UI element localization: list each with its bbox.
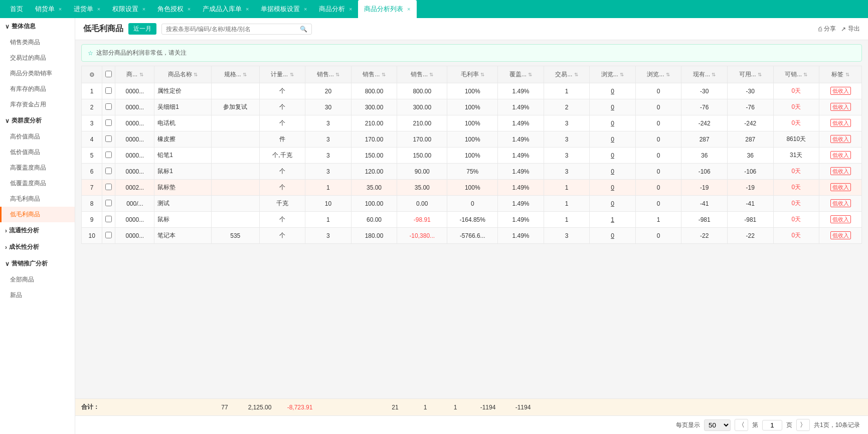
cell-checkbox[interactable] [102, 164, 115, 180]
col-sales-profit[interactable]: 销售... ⇅ [397, 66, 447, 83]
cell-views1[interactable]: 0 [590, 83, 636, 99]
sidebar-item-high-value[interactable]: 高价值商品 [0, 129, 75, 144]
sidebar-header-overall[interactable]: ∨ 整体信息 [0, 18, 75, 35]
cell-views1[interactable]: 0 [590, 228, 636, 244]
close-purchase-icon[interactable]: × [97, 6, 100, 12]
cell-checkbox[interactable] [102, 196, 115, 212]
nav-permissions[interactable]: 权限设置 × [106, 0, 151, 18]
cell-checkbox[interactable] [102, 83, 115, 99]
sidebar-item-traded-products[interactable]: 交易过的商品 [0, 50, 75, 66]
col-name[interactable]: 商品名称 ⇅ [154, 66, 212, 83]
cell-views1[interactable]: 0 [590, 148, 636, 164]
page-input[interactable] [762, 420, 782, 430]
views1-link[interactable]: 0 [611, 232, 614, 239]
sidebar-item-category-rate[interactable]: 商品分类助销率 [0, 66, 75, 81]
row-checkbox[interactable] [105, 103, 112, 110]
views1-link[interactable]: 0 [611, 168, 614, 175]
col-tag[interactable]: 标签 ⇅ [819, 66, 862, 83]
row-checkbox[interactable] [105, 184, 112, 190]
views1-link[interactable]: 0 [611, 104, 614, 111]
col-gross-margin[interactable]: 毛利率 ⇅ [447, 66, 498, 83]
close-roles-icon[interactable]: × [188, 6, 191, 12]
views1-link[interactable]: 0 [611, 88, 614, 95]
nav-purchase[interactable]: 进货单 × [68, 0, 106, 18]
sidebar-header-marketing[interactable]: ∨ 营销推广分析 [0, 255, 75, 272]
nav-analysis[interactable]: 商品分析 × [313, 0, 358, 18]
cell-checkbox[interactable] [102, 99, 115, 115]
col-sales-qty[interactable]: 销售... ⇅ [305, 66, 352, 83]
row-checkbox[interactable] [105, 119, 112, 126]
sidebar-item-inventory-capital[interactable]: 库存资金占用 [0, 97, 75, 112]
close-product-entry-icon[interactable]: × [246, 6, 249, 12]
col-transactions[interactable]: 交易... ⇅ [544, 66, 590, 83]
per-page-select[interactable]: 50 100 200 [704, 419, 731, 431]
sidebar-item-new-products[interactable]: 新品 [0, 287, 75, 303]
nav-template[interactable]: 单据模板设置 × [255, 0, 313, 18]
search-input[interactable] [166, 26, 300, 33]
nav-sales[interactable]: 销货单 × [29, 0, 68, 18]
col-sales-price[interactable]: 销售... ⇅ [351, 66, 397, 83]
row-checkbox[interactable] [105, 168, 112, 174]
views1-link[interactable]: 0 [611, 136, 614, 143]
col-views1[interactable]: 浏览... ⇅ [590, 66, 636, 83]
sidebar-header-growth[interactable]: › 成长性分析 [0, 239, 75, 255]
close-analysis-icon[interactable]: × [349, 6, 352, 12]
close-sales-icon[interactable]: × [59, 6, 62, 12]
cell-checkbox[interactable] [102, 131, 115, 148]
row-checkbox[interactable] [105, 232, 112, 238]
sidebar-item-inventory-products[interactable]: 有库存的商品 [0, 81, 75, 97]
sidebar-item-low-margin[interactable]: 低毛利商品 [0, 207, 75, 222]
col-code[interactable]: 商... ⇅ [115, 66, 154, 83]
sidebar-item-high-margin[interactable]: 高毛利商品 [0, 191, 75, 207]
share-button[interactable]: ⎙ 分享 [818, 25, 836, 33]
views1-link[interactable]: 0 [611, 152, 614, 159]
prev-page-button[interactable]: 〈 [735, 419, 748, 431]
table-container[interactable]: ⚙ 商... ⇅ 商品名称 ⇅ 规格... ⇅ 计量... ⇅ 销售... ⇅ … [75, 66, 868, 398]
nav-roles[interactable]: 角色授权 × [151, 0, 197, 18]
cell-views1[interactable]: 0 [590, 196, 636, 212]
cell-checkbox[interactable] [102, 115, 115, 131]
close-template-icon[interactable]: × [304, 6, 307, 12]
sidebar-header-cluster[interactable]: ∨ 类群度分析 [0, 112, 75, 129]
row-checkbox[interactable] [105, 87, 112, 94]
col-sellable-stock[interactable]: 可销... ⇅ [773, 66, 819, 83]
select-all-checkbox[interactable] [105, 71, 112, 77]
sidebar-item-high-coverage[interactable]: 高覆盖度商品 [0, 160, 75, 176]
cell-checkbox[interactable] [102, 180, 115, 196]
col-settings[interactable]: ⚙ [82, 66, 102, 83]
nav-analysis-list[interactable]: 商品分析列表 × [358, 0, 416, 18]
sidebar-item-all-products[interactable]: 全部商品 [0, 272, 75, 287]
row-checkbox[interactable] [105, 200, 112, 206]
col-coverage[interactable]: 覆盖... ⇅ [498, 66, 544, 83]
nav-product-entry[interactable]: 产成品入库单 × [197, 0, 255, 18]
sidebar-item-low-value[interactable]: 低价值商品 [0, 144, 75, 160]
close-permissions-icon[interactable]: × [142, 6, 145, 12]
col-views2[interactable]: 浏览... ⇅ [635, 66, 681, 83]
row-checkbox[interactable] [105, 152, 112, 158]
col-unit[interactable]: 计量... ⇅ [259, 66, 305, 83]
sidebar-item-low-coverage[interactable]: 低覆盖度商品 [0, 176, 75, 191]
views1-link[interactable]: 0 [611, 120, 614, 127]
cell-views1[interactable]: 0 [590, 99, 636, 115]
search-icon[interactable]: 🔍 [300, 26, 307, 33]
views1-link[interactable]: 0 [611, 200, 614, 207]
sidebar-item-sales-products[interactable]: 销售类商品 [0, 35, 75, 50]
row-checkbox[interactable] [105, 135, 112, 142]
col-spec[interactable]: 规格... ⇅ [211, 66, 259, 83]
views1-link[interactable]: 0 [611, 184, 614, 191]
cell-checkbox[interactable] [102, 228, 115, 244]
sidebar-header-circulation[interactable]: › 流通性分析 [0, 222, 75, 239]
cell-views1[interactable]: 0 [590, 131, 636, 148]
views1-link[interactable]: 1 [611, 216, 614, 223]
cell-checkbox[interactable] [102, 212, 115, 228]
col-checkbox-all[interactable] [102, 66, 115, 83]
cell-views1[interactable]: 0 [590, 115, 636, 131]
cell-checkbox[interactable] [102, 148, 115, 164]
cell-views1[interactable]: 0 [590, 180, 636, 196]
next-page-button[interactable]: 〉 [796, 419, 810, 431]
cell-views1[interactable]: 1 [590, 212, 636, 228]
col-available-stock[interactable]: 可用... ⇅ [727, 66, 773, 83]
nav-home[interactable]: 首页 [4, 0, 29, 18]
cell-views1[interactable]: 0 [590, 164, 636, 180]
row-checkbox[interactable] [105, 216, 112, 222]
